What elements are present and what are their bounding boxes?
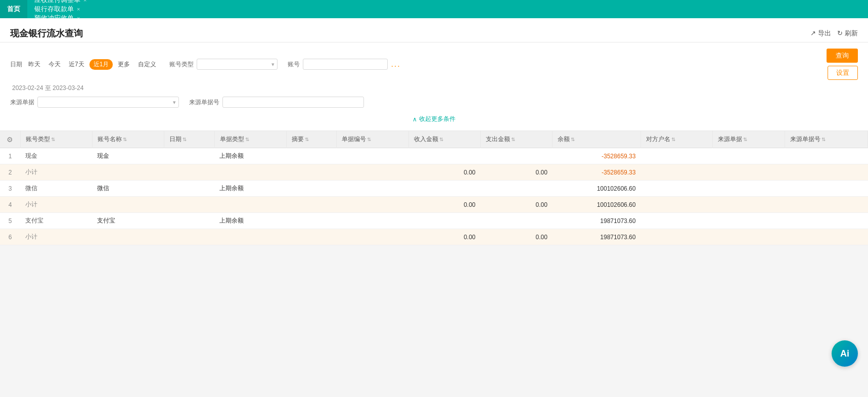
cell-doc_type: [214, 164, 286, 181]
sort-icon: ⇅: [743, 137, 747, 142]
cell-balance: 19871073.60: [553, 213, 641, 229]
col-label-doc_type: 单据类型: [220, 136, 244, 143]
collapse-bar[interactable]: ∧ 收起更多条件: [10, 112, 858, 124]
account-type-select[interactable]: [197, 59, 278, 70]
col-header-summary[interactable]: 摘要⇅: [286, 131, 336, 148]
col-header-expense[interactable]: 支出金额⇅: [481, 131, 553, 148]
top-nav: 首页 收款单×付款单×其他收入单×应收应付调整单×银行存取款单×预收冲应收单×收…: [0, 0, 868, 18]
cell-gear: 3: [0, 181, 20, 197]
nav-home[interactable]: 首页: [0, 0, 27, 18]
col-header-gear[interactable]: ⚙: [0, 131, 20, 148]
cell-date: [164, 181, 214, 197]
refresh-button[interactable]: ↻ 刷新: [837, 29, 858, 38]
col-label-expense: 支出金额: [486, 136, 510, 143]
sort-icon: ⇅: [571, 137, 575, 142]
col-header-balance[interactable]: 余额⇅: [553, 131, 641, 148]
cell-balance: -3528659.33: [553, 164, 641, 181]
cell-gear: 2: [0, 164, 20, 181]
cell-source_doc_no: [785, 181, 867, 197]
cell-doc_no: [337, 164, 408, 181]
col-header-source_doc[interactable]: 来源单据⇅: [713, 131, 785, 148]
sort-icon: ⇅: [511, 137, 515, 142]
nav-tab-prepay-offset[interactable]: 预收冲应收单×: [27, 14, 100, 18]
account-input[interactable]: [303, 59, 388, 70]
col-header-doc_type[interactable]: 单据类型⇅: [214, 131, 286, 148]
table-row: 3微信微信上期余额100102606.60: [0, 181, 868, 197]
source-doc-select[interactable]: [37, 97, 179, 108]
tab-close-icon[interactable]: ×: [77, 15, 80, 18]
cell-date: [164, 164, 214, 181]
cell-source_doc: [713, 164, 785, 181]
cell-account_type: 微信: [20, 181, 92, 197]
cell-doc_type: 上期余额: [214, 213, 286, 229]
export-button[interactable]: ↗ 导出: [810, 29, 831, 38]
cell-counterparty: [641, 229, 712, 245]
cell-source_doc: [713, 197, 785, 213]
date-option-更多[interactable]: 更多: [115, 59, 133, 70]
nav-tab-ar-ap-adjust[interactable]: 应收应付调整单×: [27, 0, 100, 5]
cell-counterparty: [641, 197, 712, 213]
source-doc-no-label: 来源单据号: [189, 98, 219, 107]
tab-close-icon[interactable]: ×: [77, 6, 80, 12]
col-header-source_doc_no[interactable]: 来源单据号⇅: [785, 131, 867, 148]
col-label-summary: 摘要: [292, 136, 304, 143]
nav-tab-label: 预收冲应收单: [34, 14, 74, 18]
col-header-account_type[interactable]: 账号类型⇅: [20, 131, 92, 148]
col-header-account_name[interactable]: 账号名称⇅: [92, 131, 164, 148]
refresh-label: 刷新: [845, 29, 858, 38]
cell-account_name: [92, 164, 164, 181]
source-doc-no-input[interactable]: [222, 97, 364, 108]
cell-summary: [286, 213, 336, 229]
cell-gear: 1: [0, 148, 20, 164]
date-option-自定义[interactable]: 自定义: [135, 59, 159, 70]
col-header-doc_no[interactable]: 单据编号⇅: [337, 131, 408, 148]
cell-date: [164, 229, 214, 245]
cell-expense: 0.00: [481, 197, 553, 213]
gear-icon[interactable]: ⚙: [7, 136, 13, 144]
cell-summary: [286, 229, 336, 245]
sort-icon: ⇅: [51, 137, 55, 142]
date-option-近1月[interactable]: 近1月: [89, 59, 113, 70]
col-header-date[interactable]: 日期⇅: [164, 131, 214, 148]
nav-tab-label: 银行存取款单: [34, 5, 74, 14]
query-button[interactable]: 查询: [827, 49, 858, 63]
cell-source_doc: [713, 229, 785, 245]
sort-icon: ⇅: [367, 137, 371, 142]
account-type-filter: 账号类型: [169, 59, 278, 70]
settings-button[interactable]: 设置: [828, 66, 858, 80]
cell-account_name: 微信: [92, 181, 164, 197]
col-label-source_doc_no: 来源单据号: [790, 136, 820, 143]
account-filter: 账号 ...: [288, 59, 400, 70]
cell-balance: 100102606.60: [553, 197, 641, 213]
source-doc-filter: 来源单据: [10, 97, 179, 108]
cell-summary: [286, 197, 336, 213]
nav-tab-label: 应收应付调整单: [34, 0, 80, 5]
cell-counterparty: [641, 213, 712, 229]
date-option-昨天[interactable]: 昨天: [25, 59, 43, 70]
date-option-今天[interactable]: 今天: [45, 59, 64, 70]
sort-icon: ⇅: [245, 137, 249, 142]
data-table: ⚙账号类型⇅账号名称⇅日期⇅单据类型⇅摘要⇅单据编号⇅收入金额⇅支出金额⇅余额⇅…: [0, 131, 868, 245]
collapse-icon: ∧: [413, 116, 417, 123]
table-row: 4小计0.000.00100102606.60: [0, 197, 868, 213]
tab-close-icon[interactable]: ×: [83, 0, 86, 3]
cell-counterparty: [641, 148, 712, 164]
col-header-income[interactable]: 收入金额⇅: [408, 131, 480, 148]
date-options: 昨天今天近7天近1月更多自定义: [25, 59, 159, 70]
date-option-近7天[interactable]: 近7天: [66, 59, 87, 70]
cell-source_doc_no: [785, 229, 867, 245]
account-dots-btn[interactable]: ...: [391, 60, 400, 69]
nav-tab-bank-deposit[interactable]: 银行存取款单×: [27, 5, 100, 14]
table-row: 1现金现金上期余额-3528659.33: [0, 148, 868, 164]
cell-source_doc: [713, 181, 785, 197]
date-filter: 日期 昨天今天近7天近1月更多自定义: [10, 59, 159, 70]
cell-income: [408, 181, 480, 197]
cell-account_name: 现金: [92, 148, 164, 164]
col-label-counterparty: 对方户名: [646, 136, 670, 143]
cell-source_doc: [713, 213, 785, 229]
cell-doc_type: [214, 229, 286, 245]
col-header-counterparty[interactable]: 对方户名⇅: [641, 131, 712, 148]
cell-date: [164, 197, 214, 213]
account-label: 账号: [288, 60, 300, 69]
cell-account_name: [92, 229, 164, 245]
